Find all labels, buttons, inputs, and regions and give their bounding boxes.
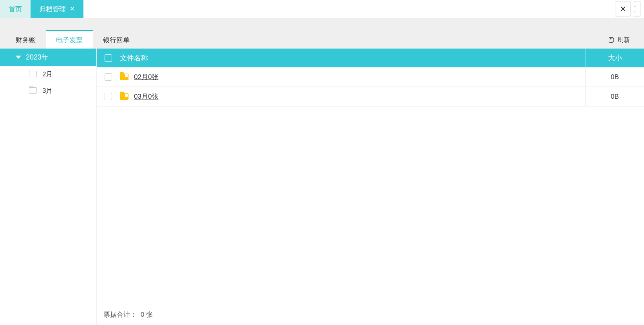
refresh-label: 刷新 [617,36,630,44]
close-panel-button[interactable]: ✕ [615,1,631,17]
folder-outline-icon [29,71,37,77]
header-checkbox-cell [97,54,119,62]
content-row: 2023年 2月 3月 文件名称 大小 [0,49,644,325]
tab-bankslip-label: 银行回单 [103,36,130,45]
header-size: 大小 [585,49,644,67]
tab-home[interactable]: 首页 [0,0,31,18]
tab-finance[interactable]: 财务账 [5,31,46,49]
row-checkbox-cell [97,93,119,100]
row-checkbox[interactable] [105,93,112,100]
tab-finance-label: 财务账 [16,36,36,45]
footer-label: 票据合计： [103,310,137,319]
refresh-button[interactable]: 刷新 [608,31,630,49]
tree-month-node[interactable]: 2月 [0,66,96,82]
select-all-checkbox[interactable] [105,54,112,62]
row-checkbox[interactable] [105,73,112,81]
footer-value: 0 张 [141,310,153,319]
table-footer: 票据合计： 0 张 [97,304,644,325]
tab-einvoice-label: 电子发票 [56,36,83,45]
row-checkbox-cell [97,73,119,81]
tree-month-label: 3月 [42,86,52,95]
folder-link[interactable]: 02月0张 [134,72,158,81]
close-icon[interactable]: ✕ [70,6,75,12]
tree-month-label: 2月 [42,70,52,79]
folder-icon [120,93,128,100]
tab-einvoice[interactable]: 电子发票 [46,30,93,49]
folder-outline-icon [29,87,37,94]
category-tab-bar: 财务账 电子发票 银行回单 刷新 [0,31,644,49]
refresh-icon [608,37,614,43]
top-tab-bar: 首页 归档管理 ✕ ✕ [0,0,644,18]
sidebar-tree: 2023年 2月 3月 [0,49,96,325]
top-right-controls: ✕ [615,0,644,18]
table-row: 02月0张 0B [97,67,644,87]
tree-month-node[interactable]: 3月 [0,82,96,99]
chevron-down-icon [16,56,21,59]
tab-home-label: 首页 [9,5,22,14]
tree-year-node[interactable]: 2023年 [0,49,96,66]
main-area: 财务账 电子发票 银行回单 刷新 2023年 2月 3月 [0,18,644,325]
row-name-cell: 03月0张 [119,92,585,101]
tree-year-label: 2023年 [26,52,49,62]
tab-archive-management[interactable]: 归档管理 ✕ [31,0,83,18]
row-name-cell: 02月0张 [119,72,585,81]
table-row: 03月0张 0B [97,87,644,107]
table-body: 02月0张 0B 03月0张 0B [97,67,644,304]
header-name: 文件名称 [119,53,585,63]
folder-link[interactable]: 03月0张 [134,92,158,101]
tab-bankslip[interactable]: 银行回单 [93,31,140,49]
expand-button[interactable] [633,1,641,17]
file-table: 文件名称 大小 02月0张 0B [97,49,644,325]
tab-archive-label: 归档管理 [39,5,66,14]
table-header: 文件名称 大小 [97,49,644,67]
row-size-cell: 0B [585,87,644,106]
folder-icon [120,74,128,80]
row-size-cell: 0B [585,67,644,87]
